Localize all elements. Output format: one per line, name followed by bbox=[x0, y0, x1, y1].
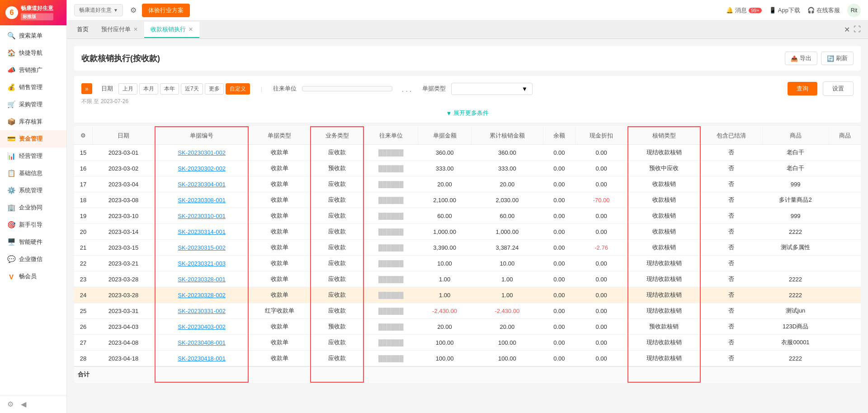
cell-partner: ██████ bbox=[363, 192, 418, 208]
tab-home[interactable]: 首页 bbox=[71, 22, 95, 38]
page-actions: 📤 导出 🔄 刷新 bbox=[785, 52, 854, 65]
chevron-down-doc-icon: ▼ bbox=[522, 85, 528, 92]
th-settings[interactable]: ⚙ bbox=[74, 127, 92, 145]
user-avatar[interactable]: Rit bbox=[847, 4, 861, 17]
messages-action[interactable]: 🔔 消息 99+ bbox=[726, 6, 762, 14]
cell-seq: 27 bbox=[74, 335, 92, 351]
tf-totalclear bbox=[472, 366, 543, 382]
cell-product-2 bbox=[829, 240, 861, 256]
expand-filter-button[interactable]: ▼ 展开更多条件 bbox=[446, 109, 489, 117]
cell-doc-no[interactable]: SK-20230315-002 bbox=[155, 240, 248, 256]
custom-date-btn[interactable]: 自定义 bbox=[226, 83, 250, 95]
breadcrumb-select[interactable]: 畅康道好生意 ▼ bbox=[74, 4, 123, 16]
cell-biz-type: 应收款 bbox=[311, 145, 363, 161]
th-doc-amount: 单据金额 bbox=[418, 127, 471, 145]
sidebar-item-marketing[interactable]: 📣 营销推广 bbox=[0, 62, 66, 79]
sidebar-item-quicknav[interactable]: 🏠 快捷导航 bbox=[0, 44, 66, 62]
sidebar-item-sales[interactable]: 💰 销售管理 bbox=[0, 79, 66, 96]
sidebar-item-label: 企业协同 bbox=[19, 204, 42, 212]
table-row: 212023-03-15SK-20230315-002收款单应收款██████3… bbox=[74, 240, 861, 256]
cell-doc-no[interactable]: SK-20230331-002 bbox=[155, 303, 248, 319]
table-footer-row: 合计 bbox=[74, 366, 861, 382]
sidebar-item-search[interactable]: 🔍 搜索菜单 bbox=[0, 27, 66, 44]
tf-product2 bbox=[829, 366, 861, 382]
refresh-button[interactable]: 🔄 刷新 bbox=[821, 52, 854, 65]
th-biz-type: 业务类型 bbox=[311, 127, 363, 145]
cell-seq: 15 bbox=[74, 145, 92, 161]
cell-doc-no[interactable]: SK-20230308-001 bbox=[155, 192, 248, 208]
cell-seq: 21 bbox=[74, 240, 92, 256]
solution-button[interactable]: 体验行业方案 bbox=[142, 4, 190, 17]
query-button[interactable]: 查询 bbox=[788, 82, 817, 95]
cell-clear-type: 现结收款核销 bbox=[628, 335, 700, 351]
cell-doc-no[interactable]: SK-20230310-001 bbox=[155, 208, 248, 224]
page-title: 收款核销执行(按收款) bbox=[81, 53, 160, 64]
sidebar-item-finance[interactable]: 💳 资金管理 bbox=[0, 130, 66, 147]
this-month-btn[interactable]: 本月 bbox=[139, 83, 158, 95]
sidebar-item-wechat[interactable]: 💬 企业微信 bbox=[0, 251, 66, 268]
partner-input[interactable] bbox=[302, 86, 392, 91]
sidebar-item-system[interactable]: ⚙️ 系统管理 bbox=[0, 182, 66, 199]
search-icon: 🔍 bbox=[7, 32, 15, 40]
settings-filter-button[interactable]: 设置 bbox=[823, 81, 854, 96]
cell-doc-no[interactable]: SK-20230403-002 bbox=[155, 319, 248, 335]
this-year-btn[interactable]: 本年 bbox=[160, 83, 179, 95]
settings-header-icon[interactable]: ⚙ bbox=[130, 6, 137, 14]
cell-seq: 23 bbox=[74, 271, 92, 287]
cell-doc-no[interactable]: SK-20230328-002 bbox=[155, 287, 248, 303]
cell-doc-no[interactable]: SK-20230301-002 bbox=[155, 145, 248, 161]
sidebar-item-basic[interactable]: 📋 基础信息 bbox=[0, 165, 66, 182]
more-date-btn[interactable]: 更多 bbox=[205, 83, 224, 95]
sidebar-item-purchase[interactable]: 🛒 采购管理 bbox=[0, 96, 66, 113]
table-row: 242023-03-28SK-20230328-002收款单应收款██████1… bbox=[74, 287, 861, 303]
cell-doc-no[interactable]: SK-20230314-001 bbox=[155, 224, 248, 240]
cell-doc-no[interactable]: SK-20230304-001 bbox=[155, 176, 248, 192]
cell-clear-type: 现结收款核销 bbox=[628, 271, 700, 287]
cell-cash-discount: 0.00 bbox=[576, 208, 628, 224]
close-all-icon[interactable]: ✕ bbox=[844, 25, 850, 34]
settings-footer-icon[interactable]: ⚙ bbox=[7, 400, 14, 408]
export-button[interactable]: 📤 导出 bbox=[785, 52, 817, 65]
online-service-action[interactable]: 🎧 在线客服 bbox=[807, 6, 840, 14]
date-filter-label: 日期 bbox=[101, 85, 113, 93]
cell-balance: 0.00 bbox=[543, 335, 576, 351]
cell-doc-no[interactable]: SK-20230321-003 bbox=[155, 256, 248, 271]
cell-seq: 25 bbox=[74, 303, 92, 319]
export-icon: 📤 bbox=[791, 55, 798, 62]
sidebar-item-member[interactable]: V 畅会员 bbox=[0, 268, 66, 285]
cell-product-2 bbox=[829, 303, 861, 319]
sidebar-item-inventory[interactable]: 📦 库存核算 bbox=[0, 113, 66, 130]
cell-biz-type: 应收款 bbox=[311, 335, 363, 351]
refresh-icon: 🔄 bbox=[827, 55, 834, 62]
tab-collection[interactable]: 收款核销执行 ✕ bbox=[144, 22, 199, 38]
doc-type-select[interactable]: ▼ bbox=[451, 83, 533, 95]
app-download-action[interactable]: 📱 App下载 bbox=[769, 6, 800, 14]
cell-doc-no[interactable]: SK-20230328-001 bbox=[155, 271, 248, 287]
sidebar-item-newguide[interactable]: 🎯 新手引导 bbox=[0, 216, 66, 233]
sidebar-item-label: 销售管理 bbox=[19, 83, 42, 91]
logo-icon: 6 bbox=[5, 6, 18, 19]
last-month-btn[interactable]: 上月 bbox=[118, 83, 137, 95]
app-logo: 6 畅康道好生意 标推版 bbox=[0, 0, 66, 25]
sidebar-item-company[interactable]: 🏢 企业协同 bbox=[0, 199, 66, 216]
app-name: 畅康道好生意 bbox=[21, 5, 53, 12]
cell-cash-discount: 0.00 bbox=[576, 145, 628, 161]
tab-prepay-close[interactable]: ✕ bbox=[133, 26, 138, 33]
sidebar-item-hardware[interactable]: 🖥️ 智能硬件 bbox=[0, 233, 66, 251]
sidebar-item-operations[interactable]: 📊 经营管理 bbox=[0, 147, 66, 165]
cell-product-2 bbox=[829, 161, 861, 176]
last-7-days-btn[interactable]: 近7天 bbox=[181, 83, 203, 95]
filter-collapse-button[interactable]: » bbox=[81, 83, 92, 94]
collapse-sidebar-icon[interactable]: ◀ bbox=[21, 400, 26, 408]
cell-product-1: 2222 bbox=[762, 224, 829, 240]
fullscreen-icon[interactable]: ⛶ bbox=[854, 25, 861, 34]
cell-doc-no[interactable]: SK-20230408-001 bbox=[155, 335, 248, 351]
cell-partner: ██████ bbox=[363, 176, 418, 192]
cell-doc-no[interactable]: SK-20230302-002 bbox=[155, 161, 248, 176]
cell-doc-amount: 3,390.00 bbox=[418, 240, 471, 256]
tab-prepay[interactable]: 预付应付单 ✕ bbox=[95, 22, 144, 38]
th-balance: 余额 bbox=[543, 127, 576, 145]
tab-collection-close[interactable]: ✕ bbox=[189, 26, 193, 33]
cell-doc-type: 红字收款单 bbox=[248, 303, 311, 319]
cell-doc-no[interactable]: SK-20230418-001 bbox=[155, 351, 248, 367]
